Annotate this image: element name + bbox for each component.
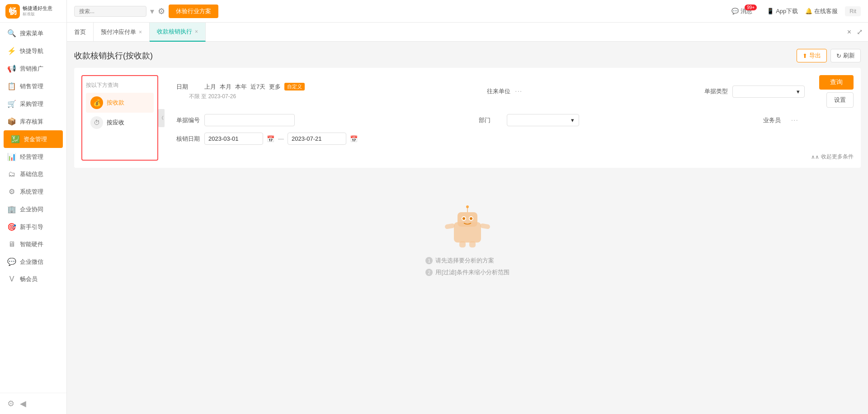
sidebar-item-13[interactable]: 💬企业微信 bbox=[0, 253, 66, 271]
gear-icon[interactable]: ⚙ bbox=[158, 6, 165, 16]
doc-no-input[interactable] bbox=[204, 114, 295, 126]
filter-by-receipt[interactable]: 💰 按收款 bbox=[86, 93, 154, 113]
staff-input[interactable]: ··· bbox=[791, 116, 798, 124]
collapse-more-btn[interactable]: ∧∧ 收起更多条件 bbox=[176, 153, 854, 161]
topbar-left: ▾ ⚙ 休验行业方案 bbox=[74, 5, 726, 18]
sidebar-item-14[interactable]: V畅会员 bbox=[0, 271, 66, 288]
tab-prepay[interactable]: 预付冲应付单 × bbox=[94, 23, 150, 42]
app-download-btn[interactable]: 📱 App下载 bbox=[767, 7, 798, 15]
verify-date-range: 📅 — 📅 bbox=[204, 133, 358, 145]
svg-rect-8 bbox=[459, 241, 466, 247]
verify-label: 收款核销执行 bbox=[157, 28, 192, 36]
settings-icon[interactable]: ⚙ bbox=[7, 399, 14, 409]
search-input[interactable] bbox=[74, 6, 146, 17]
staff-field: 业务员 ··· bbox=[763, 116, 806, 124]
refresh-icon: ↻ bbox=[836, 52, 841, 59]
sidebar-item-10[interactable]: 🏢企业协同 bbox=[0, 200, 66, 218]
sidebar-icon-9: ⚙ bbox=[7, 187, 16, 196]
page-title: 收款核销执行(按收款) bbox=[74, 50, 153, 61]
sidebar-label-2: 营销推广 bbox=[20, 65, 43, 73]
dropdown-icon[interactable]: ▾ bbox=[150, 6, 154, 16]
doc-type-field: 单据类型 ▾ bbox=[704, 86, 805, 98]
query-btn[interactable]: 查询 bbox=[819, 75, 854, 90]
staff-label: 业务员 bbox=[763, 116, 788, 124]
tab-verify[interactable]: 收款核销执行 × bbox=[150, 23, 206, 42]
shortcut-last-month[interactable]: 上月 bbox=[204, 83, 216, 91]
sidebar-item-5[interactable]: 📦库存核算 bbox=[0, 113, 66, 130]
sidebar-label-9: 系统管理 bbox=[20, 188, 43, 196]
sidebar-item-2[interactable]: 📢营销推广 bbox=[0, 60, 66, 77]
sidebar-icon-13: 💬 bbox=[7, 257, 16, 266]
logo-icon: 畅 bbox=[5, 4, 20, 19]
filter-panel-title: 按以下方查询 bbox=[86, 81, 154, 89]
tip-num-1: 1 bbox=[425, 257, 433, 264]
sidebar-label-12: 智能硬件 bbox=[20, 240, 43, 248]
sidebar-item-0[interactable]: 🔍搜索菜单 bbox=[0, 24, 66, 42]
verify-end-input[interactable] bbox=[288, 133, 346, 145]
user-info[interactable]: Rit bbox=[845, 6, 861, 16]
doc-no-label: 单据编号 bbox=[176, 116, 201, 124]
sidebar-item-12[interactable]: 🖥智能硬件 bbox=[0, 236, 66, 253]
industry-btn[interactable]: 休验行业方案 bbox=[169, 5, 218, 18]
refresh-btn[interactable]: ↻ 刷新 bbox=[830, 49, 861, 62]
receivable-icon: ⏱ bbox=[90, 116, 103, 129]
shortcut-7days[interactable]: 近7天 bbox=[250, 83, 265, 91]
collapse-more-label: 收起更多条件 bbox=[821, 153, 854, 161]
sidebar-icon-5: 📦 bbox=[7, 117, 16, 126]
sidebar-item-1[interactable]: ⚡快捷导航 bbox=[0, 42, 66, 60]
tab-home[interactable]: 首页 bbox=[67, 23, 94, 42]
partner-input[interactable]: ··· bbox=[515, 87, 522, 95]
sidebar-icon-12: 🖥 bbox=[7, 240, 16, 248]
sidebar-label-3: 销售管理 bbox=[20, 82, 43, 90]
svg-point-11 bbox=[466, 205, 469, 208]
setting-btn[interactable]: 设置 bbox=[826, 92, 854, 108]
topbar: ▾ ⚙ 休验行业方案 💬 消息 99+ 📱 App下载 🔔 在线客服 Rit bbox=[67, 0, 868, 23]
msg-btn[interactable]: 💬 消息 99+ bbox=[731, 7, 752, 15]
page-content: 收款核销执行(按收款) ⬆ 导出 ↻ 刷新 按以下方查询 💰 按收款 bbox=[67, 42, 868, 414]
shortcut-this-year[interactable]: 本年 bbox=[235, 83, 247, 91]
sidebar-item-6[interactable]: 💹资金管理 bbox=[4, 130, 63, 148]
shortcut-more[interactable]: 更多 bbox=[269, 83, 281, 91]
verify-start-cal-icon[interactable]: 📅 bbox=[267, 135, 274, 143]
left-panel-collapse-btn[interactable]: 《 bbox=[158, 109, 165, 127]
filter-by-receivable[interactable]: ⏱ 按应收 bbox=[86, 113, 154, 133]
sidebar-label-4: 采购管理 bbox=[20, 100, 43, 108]
app-icon: 📱 bbox=[767, 8, 774, 14]
sidebar-item-3[interactable]: 📋销售管理 bbox=[0, 77, 66, 95]
sidebar-item-11[interactable]: 🎯新手引导 bbox=[0, 218, 66, 236]
online-service-btn[interactable]: 🔔 在线客服 bbox=[805, 7, 838, 15]
shortcut-this-month[interactable]: 本月 bbox=[220, 83, 231, 91]
dept-label: 部门 bbox=[479, 116, 503, 124]
tip-text-1: 请先选择要分析的方案 bbox=[435, 257, 494, 265]
sidebar-icon-8: 🗂 bbox=[7, 170, 16, 178]
sidebar-item-9[interactable]: ⚙系统管理 bbox=[0, 183, 66, 200]
empty-tips: 1 请先选择要分析的方案 2 用[过滤]条件来缩小分析范围 bbox=[425, 257, 509, 276]
sidebar-item-4[interactable]: 🛒采购管理 bbox=[0, 95, 66, 113]
sidebar-footer: ⚙ ◀ bbox=[0, 393, 66, 414]
sidebar-label-1: 快捷导航 bbox=[20, 47, 43, 55]
dept-select[interactable]: ▾ bbox=[507, 114, 579, 126]
empty-tip-2: 2 用[过滤]条件来缩小分析范围 bbox=[425, 268, 509, 276]
page-header: 收款核销执行(按收款) ⬆ 导出 ↻ 刷新 bbox=[74, 49, 861, 62]
doc-type-select[interactable]: ▾ bbox=[732, 86, 805, 98]
sidebar-item-8[interactable]: 🗂基础信息 bbox=[0, 166, 66, 183]
date-shortcuts: 上月 本月 本年 近7天 更多 自定义 bbox=[204, 83, 305, 91]
export-icon: ⬆ bbox=[802, 52, 807, 59]
close-tab-icon[interactable]: × bbox=[845, 26, 853, 38]
sidebar-label-14: 畅会员 bbox=[20, 275, 38, 283]
verify-start-input[interactable] bbox=[204, 133, 263, 145]
prepay-close-icon[interactable]: × bbox=[139, 29, 142, 35]
export-btn[interactable]: ⬆ 导出 bbox=[797, 49, 827, 62]
sidebar-icon-0: 🔍 bbox=[7, 29, 16, 38]
app-download-label: App下载 bbox=[776, 7, 798, 15]
verify-close-icon[interactable]: × bbox=[195, 29, 198, 35]
tabbar: 首页 预付冲应付单 × 收款核销执行 × × ⤢ bbox=[67, 23, 868, 42]
sidebar-item-7[interactable]: 📊经营管理 bbox=[0, 148, 66, 166]
collapse-sidebar-icon[interactable]: ◀ bbox=[20, 399, 26, 409]
collapse-up-icon: ∧∧ bbox=[811, 154, 819, 160]
sidebar-label-6: 资金管理 bbox=[24, 135, 47, 143]
fullscreen-icon[interactable]: ⤢ bbox=[855, 26, 864, 38]
sidebar-label-7: 经营管理 bbox=[20, 153, 43, 161]
sidebar-icon-10: 🏢 bbox=[7, 205, 16, 214]
verify-end-cal-icon[interactable]: 📅 bbox=[350, 135, 358, 143]
